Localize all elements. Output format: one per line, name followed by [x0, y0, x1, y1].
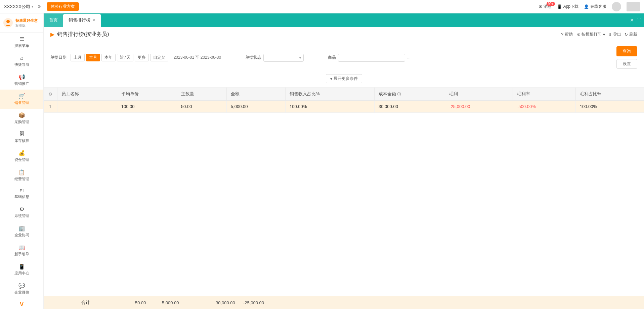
tab-home[interactable]: 首页: [44, 13, 63, 27]
sidebar-item-label: 搜索菜单: [14, 43, 29, 48]
status-label: 单据状态: [245, 55, 261, 60]
wechat-icon: 💬: [18, 282, 25, 289]
status-select[interactable]: [263, 54, 304, 62]
sidebar-item-label: 营销推广: [14, 81, 29, 86]
page-content: ▶ 销售排行榜(按业务员) ? 帮助 🖨 按模板打印 ▾ ⬇ 导: [44, 27, 644, 309]
cell-amount: 5,000.00: [226, 101, 285, 113]
cost-info-icon[interactable]: i: [397, 92, 401, 96]
home-icon: ⌂: [20, 55, 24, 61]
filter-row-1: 单据日期 上月 本月 本年 近7天 更多 自定义 2023-06-01 至 20…: [50, 46, 637, 69]
cell-cost: 30,000.00: [375, 101, 445, 113]
back-arrow-icon[interactable]: ▶: [50, 31, 54, 38]
col-profit-rate: 毛利率: [513, 88, 576, 101]
tab-close-window-icon[interactable]: ✕: [630, 17, 634, 23]
date-range-display: 2023-06-01 至 2023-06-30: [174, 55, 221, 60]
export-button[interactable]: ⬇ 导出: [608, 32, 621, 37]
date-btn-7days[interactable]: 近7天: [117, 54, 133, 61]
cell-profit-rate: -500.00%: [513, 101, 576, 113]
sidebar-item-label: 企业协同: [14, 233, 29, 238]
tab-maximize-icon[interactable]: ⛶: [637, 17, 641, 23]
print-button[interactable]: 🖨 按模板打印 ▾: [576, 32, 605, 37]
col-settings[interactable]: ⚙: [44, 88, 57, 101]
app-center-icon: 📱: [18, 263, 25, 270]
sidebar-item-basic[interactable]: EI 基础信息: [0, 185, 43, 203]
goods-input[interactable]: [338, 54, 405, 62]
logo-icon: [3, 17, 13, 28]
logo-text: 畅康通好生意 标准版: [15, 18, 38, 28]
date-btn-more[interactable]: 更多: [135, 54, 149, 61]
avatar[interactable]: [612, 2, 621, 11]
main-layout: 畅康通好生意 标准版 ☰ 搜索菜单 ⌂ 快捷导航 📢 营销推广 🛒 销售管理 📦…: [0, 13, 644, 309]
print-chevron-icon: ▾: [603, 32, 605, 37]
app-download-item[interactable]: 📱 App下载: [557, 4, 578, 9]
cell-rank: 1: [44, 101, 57, 113]
query-button[interactable]: 查询: [616, 46, 637, 56]
date-btn-current-month[interactable]: 本月: [86, 54, 100, 61]
refresh-icon: ↻: [625, 32, 628, 37]
settings-icon[interactable]: ⚙: [37, 4, 41, 9]
company-selector[interactable]: XXXXXX公司 ▾: [4, 4, 33, 10]
help-icon: ?: [561, 32, 563, 37]
trial-button[interactable]: 体验行业方案: [47, 2, 79, 11]
status-filter: 单据状态: [245, 54, 304, 62]
operation-icon: 📋: [18, 169, 25, 175]
col-amount: 全额: [226, 88, 285, 101]
col-avg-price: 平均单价: [117, 88, 177, 101]
sidebar-item-member[interactable]: V 畅会员: [0, 298, 43, 309]
sidebar-item-label: 资金管理: [14, 157, 29, 162]
footer-label: 合计: [77, 300, 104, 306]
sidebar-item-wechat[interactable]: 💬 企业微信: [0, 279, 43, 298]
sidebar-item-app[interactable]: 📱 应用中心: [0, 260, 43, 279]
date-label: 单据日期: [50, 55, 67, 60]
page-title: 销售排行榜(按业务员): [57, 31, 109, 38]
sidebar-item-marketing[interactable]: 📢 营销推广: [0, 70, 43, 90]
sidebar-item-operation[interactable]: 📋 经营管理: [0, 166, 43, 185]
tab-bar-actions: ✕ ⛶: [630, 17, 644, 23]
page-header: ▶ 销售排行榜(按业务员) ? 帮助 🖨 按模板打印 ▾ ⬇ 导: [44, 27, 644, 42]
more-filters-btn[interactable]: ...: [407, 55, 411, 60]
cell-profit-pct: 100.00%: [575, 101, 644, 113]
col-name: 员工名称: [57, 88, 117, 101]
sidebar-item-guide[interactable]: 📖 新手引导: [0, 241, 43, 260]
sidebar-item-purchase[interactable]: 📦 采购管理: [0, 109, 43, 128]
guide-icon: 📖: [18, 244, 25, 251]
sidebar-item-label: 快捷导航: [14, 62, 29, 67]
sidebar-item-system[interactable]: ⚙ 系统管理: [0, 203, 43, 222]
search-menu-icon: ☰: [19, 36, 24, 42]
date-btn-custom[interactable]: 自定义: [150, 54, 168, 61]
date-btn-current-year[interactable]: 本年: [101, 54, 116, 61]
sidebar-item-inventory[interactable]: 🗄 库存核算: [0, 128, 43, 147]
table-container: ⚙ 员工名称 平均单价 主数量 全额 销售收入占比% 成本全额 i 毛利 毛利率…: [44, 88, 644, 296]
sidebar-item-search[interactable]: ☰ 搜索菜单: [0, 33, 43, 52]
export-icon: ⬇: [608, 32, 612, 37]
message-item[interactable]: ✉ 消息 99+: [539, 4, 552, 9]
content-area: 首页 销售排行榜 ✕ ✕ ⛶ ▶ 销售排行榜(按业务员) ?: [44, 13, 644, 309]
close-tab-icon[interactable]: ✕: [92, 18, 95, 22]
tab-sales-rank[interactable]: 销售排行榜 ✕: [63, 14, 101, 28]
col-sales-pct: 销售收入占比%: [285, 88, 374, 101]
cell-profit: -25,000.00: [445, 101, 513, 113]
sidebar-item-shortcut[interactable]: ⌂ 快捷导航: [0, 52, 43, 70]
goods-filter: 商品 ...: [328, 54, 411, 62]
online-service-item[interactable]: 👤 在线客服: [584, 4, 606, 9]
expand-label: 展开更多条件: [334, 76, 358, 82]
refresh-button[interactable]: ↻ 刷新: [625, 32, 637, 37]
inventory-icon: 🗄: [19, 131, 25, 137]
sidebar-item-enterprise[interactable]: 🏢 企业协同: [0, 222, 43, 241]
sales-icon: 🛒: [18, 93, 25, 99]
sidebar-item-label: 基础信息: [14, 194, 29, 199]
settings-small-button[interactable]: 设置: [616, 59, 637, 69]
sidebar-item-finance[interactable]: 💰 资金管理: [0, 147, 43, 166]
sidebar-item-sales[interactable]: 🛒 销售管理: [0, 90, 43, 109]
tab-sales-rank-label: 销售排行榜: [69, 17, 90, 23]
tab-bar: 首页 销售排行榜 ✕ ✕ ⛶: [44, 13, 644, 27]
expand-more-button[interactable]: ▾ 展开更多条件: [326, 74, 362, 83]
help-button[interactable]: ? 帮助: [561, 32, 573, 37]
enterprise-icon: 🏢: [18, 225, 25, 231]
marketing-icon: 📢: [18, 74, 25, 80]
cell-avg-price: 100.00: [117, 101, 177, 113]
top-bar-right: ✉ 消息 99+ 📱 App下载 👤 在线客服: [539, 2, 640, 11]
date-btn-prev-month[interactable]: 上月: [71, 54, 85, 61]
sidebar-item-label: 库存核算: [14, 138, 29, 143]
message-icon: ✉: [539, 4, 542, 9]
